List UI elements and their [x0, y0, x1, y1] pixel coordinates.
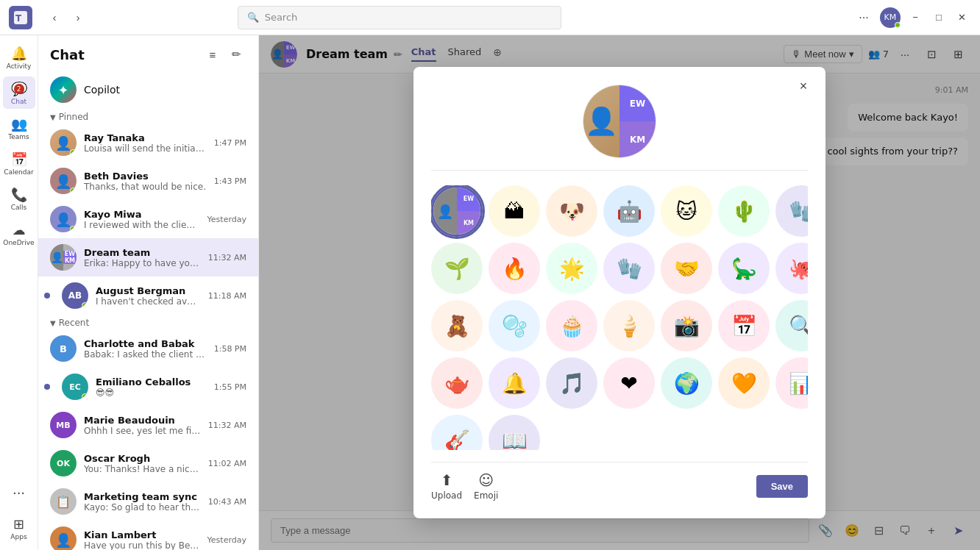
sidebar-item-apps[interactable]: ⊞ Apps: [3, 512, 35, 544]
emoji-item-14[interactable]: 🧸: [431, 300, 483, 351]
sidebar-item-calls[interactable]: 📞 Calls: [3, 182, 35, 215]
sidebar-item-activity[interactable]: 🔔 Activity: [3, 41, 35, 74]
emoji-item-5[interactable]: 🌵: [718, 185, 770, 237]
sidebar-item-teams[interactable]: 👥 Teams: [3, 112, 35, 144]
emoji-item-10[interactable]: 🧤: [603, 243, 655, 294]
marie-name: Marie Beaudouin: [84, 415, 201, 426]
filter-button[interactable]: ≡: [202, 44, 223, 65]
modal-close-button[interactable]: ×: [793, 76, 814, 96]
emoji-item-2[interactable]: 🐶: [546, 185, 597, 237]
emoji-item-20[interactable]: 🔍: [775, 300, 808, 351]
calls-label: Calls: [11, 204, 27, 211]
apps-label: Apps: [10, 533, 26, 540]
emoji-item-24[interactable]: ❤: [603, 357, 655, 409]
sidebar-item-chat[interactable]: 💬2 Chat: [3, 76, 35, 109]
emoji-item-26[interactable]: 🧡: [718, 357, 770, 409]
sidebar-item-more[interactable]: ···: [3, 476, 35, 509]
charlotte-babak-preview: Babak: I asked the client to send...: [84, 349, 207, 360]
emoji-item-8[interactable]: 🔥: [489, 243, 540, 294]
kayo-miwa-info: Kayo Miwa I reviewed with the client on …: [84, 209, 200, 230]
copilot-label: Copilot: [84, 84, 120, 96]
kian-avatar: 👤: [50, 526, 77, 550]
august-bergman-avatar: AB: [62, 282, 88, 309]
maximize-button[interactable]: □: [930, 9, 948, 26]
upload-label: Upload: [431, 490, 462, 501]
chat-icon: 💬2: [11, 81, 27, 96]
emoji-item-23[interactable]: 🎵: [546, 357, 597, 409]
chat-item-marie-beaudouin[interactable]: MB Marie Beaudouin Ohhh I see, yes let m…: [38, 406, 258, 444]
august-bergman-name: August Bergman: [96, 285, 201, 296]
emoji-item-3[interactable]: 🤖: [603, 185, 655, 237]
chat-item-august-bergman[interactable]: AB August Bergman I haven't checked avai…: [38, 276, 258, 315]
nav-back-button[interactable]: ‹: [44, 7, 65, 28]
ray-tanaka-time: 1:47 PM: [214, 138, 246, 148]
chat-item-beth-davies[interactable]: 👤 Beth Davies Thanks, that would be nice…: [38, 162, 258, 200]
emoji-picker-icon: ☺: [478, 471, 494, 489]
emoji-item-29[interactable]: 📖: [489, 415, 540, 450]
upload-action[interactable]: ⬆ Upload: [431, 471, 462, 501]
emoji-item-19[interactable]: 📅: [718, 300, 770, 351]
august-bergman-status: [82, 302, 88, 309]
nav-forward-button[interactable]: ›: [68, 7, 88, 28]
marie-preview: Ohhh I see, yes let me fix that!: [84, 426, 201, 436]
emoji-item-4[interactable]: 🐱: [661, 185, 712, 237]
emoji-item-25[interactable]: 🌍: [661, 357, 712, 409]
emoji-item-21[interactable]: 🫖: [431, 357, 483, 409]
emiliano-time: 1:55 PM: [214, 382, 246, 392]
kian-time: Yesterday: [207, 535, 246, 545]
emoji-item-1[interactable]: 🏔: [489, 185, 540, 237]
emoji-item-6[interactable]: 🧤: [775, 185, 808, 237]
emiliano-name: Emiliano Ceballos: [96, 376, 207, 388]
pinned-section-header[interactable]: ▼ Pinned: [38, 109, 258, 124]
chat-item-oscar-krogh[interactable]: OK Oscar Krogh You: Thanks! Have a nice …: [38, 444, 258, 482]
emoji-action[interactable]: ☺ Emoji: [474, 471, 498, 501]
user-avatar[interactable]: KM: [880, 7, 901, 28]
emoji-item-12[interactable]: 🦕: [718, 243, 770, 294]
emoji-item-18[interactable]: 📸: [661, 300, 712, 351]
teams-label: Teams: [8, 133, 29, 140]
emoji-item-15[interactable]: 🫧: [489, 300, 540, 351]
emoji-item-22[interactable]: 🔔: [489, 357, 540, 409]
minimize-button[interactable]: −: [906, 9, 924, 26]
sidebar-item-onedrive[interactable]: ☁ OneDrive: [3, 218, 35, 250]
chat-item-emiliano-ceballos[interactable]: EC Emiliano Ceballos 😎😎 1:55 PM: [38, 368, 258, 406]
dream-team-name: Dream team: [84, 247, 201, 258]
emoji-item-17[interactable]: 🍦: [603, 300, 655, 351]
emoji-item-28[interactable]: 🎸: [431, 415, 483, 450]
emoji-item-9[interactable]: 🌟: [546, 243, 597, 294]
recent-section-header[interactable]: ▼ Recent: [38, 315, 258, 329]
save-button[interactable]: Save: [756, 475, 808, 498]
sidebar-item-calendar[interactable]: 📅 Calendar: [3, 147, 35, 179]
app-logo: T: [9, 6, 32, 29]
close-button[interactable]: ✕: [954, 9, 971, 26]
august-bergman-info: August Bergman I haven't checked availab…: [96, 285, 201, 307]
emoji-item-7[interactable]: 🌱: [431, 243, 483, 294]
chat-item-dream-team[interactable]: 👤 EW KM Dream team Erika: Happy to have …: [38, 238, 258, 276]
modal-overlay: × 👤 EW KM 👤: [259, 35, 980, 550]
oscar-name: Oscar Krogh: [84, 453, 201, 464]
online-status-dot: [895, 22, 901, 28]
chat-item-marketing-team[interactable]: 📋 Marketing team sync Kayo: So glad to h…: [38, 482, 258, 521]
chat-item-ray-tanaka[interactable]: 👤 Ray Tanaka Louisa will send the initia…: [38, 124, 258, 162]
emoji-item-0[interactable]: 👤 EW KM: [431, 185, 483, 237]
recent-arrow-icon: ▼: [50, 319, 56, 327]
emoji-item-13[interactable]: 🐙: [775, 243, 808, 294]
chat-item-charlotte-babak[interactable]: B Charlotte and Babak Babak: I asked the…: [38, 329, 258, 368]
chat-item-kayo-miwa[interactable]: 👤 Kayo Miwa I reviewed with the client o…: [38, 200, 258, 238]
kian-preview: Have you run this by Beth? Mak...: [84, 540, 200, 551]
chat-item-kian-lambert[interactable]: 👤 Kian Lambert Have you run this by Beth…: [38, 521, 258, 550]
emoji-grid: 👤 EW KM 🏔🐶🤖🐱🌵🧤🌱🔥🌟🧤🤝🦕🐙🧸🫧🧁🍦📸📅🔍🫖🔔🎵❤🌍🧡📊🎸📖: [431, 185, 808, 450]
chat-list-panel: Chat ≡ ✏ ✦ Copilot ▼ Pinned 👤: [38, 35, 259, 550]
onedrive-icon: ☁: [13, 222, 26, 238]
emoji-item-11[interactable]: 🤝: [661, 243, 712, 294]
emoji-item-27[interactable]: 📊: [775, 357, 808, 409]
dream-team-info: Dream team Erika: Happy to have you back…: [84, 247, 201, 268]
charlotte-babak-info: Charlotte and Babak Babak: I asked the c…: [84, 338, 207, 360]
kayo-miwa-avatar: 👤: [50, 206, 77, 232]
new-chat-button[interactable]: ✏: [226, 44, 246, 65]
copilot-item[interactable]: ✦ Copilot: [38, 71, 258, 109]
search-bar[interactable]: 🔍 Search: [238, 6, 561, 29]
emoji-item-16[interactable]: 🧁: [546, 300, 597, 351]
emiliano-status: [82, 393, 88, 400]
more-options-button[interactable]: ···: [853, 7, 874, 28]
